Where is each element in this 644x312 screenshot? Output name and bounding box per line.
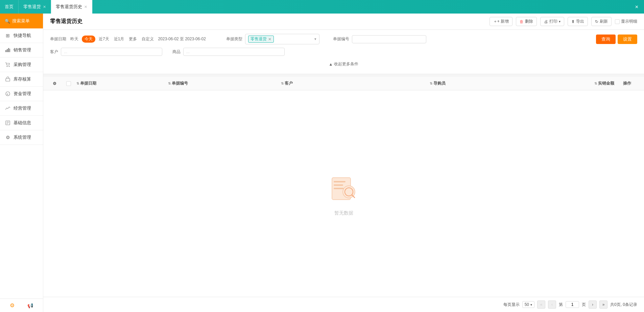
sidebar-item-quick-nav[interactable]: ⊞ 快捷导航 (0, 28, 43, 43)
print-dropdown-icon: ▾ (559, 20, 560, 23)
window-close-btn[interactable]: ✕ (635, 4, 644, 9)
display-switch[interactable]: 显示明细 (615, 19, 637, 24)
svg-rect-3 (9, 49, 10, 52)
tab-home[interactable]: 首页 (0, 0, 19, 14)
th-guide: ⇅ 导购员 (427, 81, 540, 86)
sidebar-item-basic[interactable]: 基础信息 (0, 116, 43, 130)
tab-return-history[interactable]: 零售退货历史 ✕ (51, 0, 92, 14)
collapse-button[interactable]: ▲ 收起更多条件 (322, 59, 365, 69)
page-header: 零售退货历史 ＋ + 新增 🗑 删除 🖨 打印 ▾ ⬆ 导出 (43, 14, 644, 30)
number-filter-input[interactable] (352, 35, 426, 43)
basic-icon (5, 120, 11, 126)
tab-return-close[interactable]: ✕ (43, 5, 46, 9)
export-button[interactable]: ⬆ 导出 (568, 17, 588, 26)
sidebar-menu: ⊞ 快捷导航 销售管理 采购管理 库存核算 (0, 28, 43, 298)
tab-return-history-close[interactable]: ✕ (84, 5, 87, 9)
date-range-display: 2023-06-02 至 2023-06-02 (158, 36, 206, 42)
svg-rect-2 (8, 48, 9, 52)
th-settings[interactable]: ⚙ (50, 81, 64, 86)
system-icon: ⚙ (5, 134, 11, 140)
svg-rect-1 (7, 49, 8, 52)
delete-button[interactable]: 🗑 删除 (516, 17, 537, 26)
last-page-btn[interactable]: » (599, 300, 607, 309)
filter-row-1: 单据日期 昨天 今天 近7天 近1月 更多 自定义 2023-06-02 至 2… (50, 34, 637, 44)
collapse-icon: ▲ (329, 62, 333, 67)
print-icon: 🖨 (544, 19, 548, 24)
layout: 🔍 搜索菜单 ⊞ 快捷导航 销售管理 采购管理 (0, 14, 644, 312)
plus-icon: ＋ (493, 19, 497, 24)
page-size-select[interactable]: 50 ▾ (522, 301, 534, 308)
filter-row-2: 客户 ... 商品 ... (50, 48, 637, 56)
table-settings-icon[interactable]: ⚙ (53, 81, 56, 86)
search-icon: 🔍 (5, 19, 10, 24)
page-title: 零售退货历史 (50, 18, 82, 25)
next-page-btn[interactable]: › (589, 300, 597, 309)
sidebar-item-finance[interactable]: ¥ 资金管理 (0, 87, 43, 101)
table-area: ⚙ ⇅ 单据日期 ⇅ 单据编号 ⇅ 客户 ⇅ (43, 77, 644, 297)
customer-filter-select[interactable]: ... (61, 48, 162, 56)
svg-rect-15 (334, 184, 343, 186)
svg-text:¥: ¥ (6, 93, 8, 96)
sort-customer-icon[interactable]: ⇅ (281, 82, 284, 85)
sidebar-search[interactable]: 🔍 搜索菜单 (0, 14, 43, 28)
sort-num-icon[interactable]: ⇅ (168, 82, 171, 85)
checkbox-display[interactable] (615, 19, 620, 24)
number-filter-label: 单据编号 (333, 36, 349, 42)
settings-footer-icon[interactable]: ⚙ (10, 302, 15, 309)
empty-state: 暂无数据 (43, 90, 644, 297)
type-filter-label: 单据类型 (226, 36, 242, 42)
audio-footer-icon[interactable]: 📢 (27, 303, 33, 308)
sidebar-item-inventory[interactable]: 库存核算 (0, 72, 43, 87)
page-size-value: 50 (525, 302, 529, 307)
date-filter-label: 单据日期 (50, 36, 66, 42)
refresh-icon: ↻ (595, 19, 598, 24)
sidebar-item-operations[interactable]: 经营管理 (0, 101, 43, 116)
type-tag-close[interactable]: ✕ (268, 37, 271, 42)
pagination: 每页显示 50 ▾ « ‹ 第 页 › » 共0页, 0条记录 (43, 297, 644, 312)
table-header: ⚙ ⇅ 单据日期 ⇅ 单据编号 ⇅ 客户 ⇅ (43, 77, 644, 90)
goods-filter-select[interactable]: ... (183, 48, 285, 56)
date-today[interactable]: 今天 (82, 36, 95, 43)
first-page-btn[interactable]: « (537, 300, 545, 309)
date-yesterday[interactable]: 昨天 (69, 36, 80, 43)
th-check[interactable] (64, 81, 74, 86)
date-custom[interactable]: 自定义 (140, 36, 155, 43)
th-action: 操作 (617, 81, 637, 86)
tab-return[interactable]: 零售退货 ✕ (19, 0, 51, 14)
settings-button[interactable]: 设置 (618, 35, 637, 44)
svg-rect-14 (334, 181, 345, 182)
header-actions: ＋ + 新增 🗑 删除 🖨 打印 ▾ ⬆ 导出 ↻ (490, 17, 637, 26)
sidebar-item-purchase[interactable]: 采购管理 (0, 58, 43, 72)
type-filter-select[interactable]: 零售退货 ✕ ▾ (245, 34, 319, 44)
select-all-checkbox[interactable] (66, 81, 71, 86)
delete-icon: 🗑 (520, 19, 524, 24)
query-button[interactable]: 查询 (596, 35, 616, 44)
sort-icon[interactable]: ⇅ (76, 82, 79, 85)
operations-icon (5, 105, 11, 111)
sort-guide-icon[interactable]: ⇅ (430, 82, 432, 85)
print-button[interactable]: 🖨 打印 ▾ (540, 17, 564, 26)
th-amount: ⇅ 实销金额 (540, 81, 617, 86)
refresh-button[interactable]: ↻ 刷新 (591, 17, 612, 26)
date-7days[interactable]: 近7天 (97, 36, 111, 43)
th-number: ⇅ 单据编号 (165, 81, 278, 86)
filter-area: 单据日期 昨天 今天 近7天 近1月 更多 自定义 2023-06-02 至 2… (43, 30, 644, 74)
new-button[interactable]: ＋ + 新增 (490, 17, 512, 26)
main-content: 零售退货历史 ＋ + 新增 🗑 删除 🖨 打印 ▾ ⬆ 导出 (43, 14, 644, 312)
total-info: 共0页, 0条记录 (610, 302, 637, 308)
sort-amount-icon[interactable]: ⇅ (594, 82, 597, 85)
sidebar: 🔍 搜索菜单 ⊞ 快捷导航 销售管理 采购管理 (0, 14, 43, 312)
page-number-input[interactable] (566, 301, 579, 308)
sales-icon (5, 47, 11, 53)
date-shortcuts: 昨天 今天 近7天 近1月 更多 自定义 (69, 36, 155, 43)
quick-nav-icon: ⊞ (5, 32, 11, 39)
sidebar-footer: ⚙ 📢 (0, 298, 43, 312)
sidebar-item-system[interactable]: ⚙ 系统管理 (0, 130, 43, 145)
date-more[interactable]: 更多 (127, 36, 138, 43)
prev-page-btn[interactable]: ‹ (548, 300, 556, 309)
date-1month[interactable]: 近1月 (113, 36, 126, 43)
goods-filter-label: 商品 (172, 49, 181, 55)
page-size-arrow: ▾ (530, 303, 532, 307)
th-customer: ⇅ 客户 (278, 81, 427, 86)
sidebar-item-sales[interactable]: 销售管理 (0, 43, 43, 58)
